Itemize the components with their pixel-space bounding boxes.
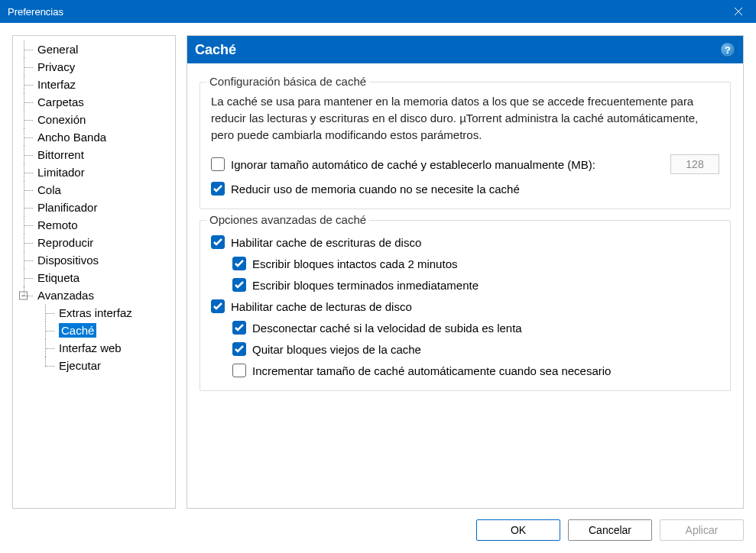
label-reduce-memory[interactable]: Reducir uso de memoria cuando no se nece… (231, 183, 520, 196)
panel-body: Configuración básica de caché La caché s… (187, 63, 743, 508)
tree-item-label: General (37, 43, 78, 56)
tree-item-label: Limitador (37, 166, 85, 179)
checkbox-enable-write-cache[interactable] (211, 235, 225, 249)
tree-item-etiqueta[interactable]: Etiqueta (16, 269, 172, 286)
help-icon[interactable]: ? (720, 42, 735, 57)
close-button[interactable] (721, 0, 756, 23)
tree-item-label: Bittorrent (37, 148, 84, 161)
tree-item-interfaz[interactable]: Interfaz (16, 76, 172, 93)
tree-item-label: Privacy (37, 60, 75, 73)
titlebar: Preferencias (0, 0, 756, 23)
checkbox-override-size[interactable] (211, 157, 225, 171)
cancel-button[interactable]: Cancelar (568, 519, 652, 541)
close-icon (734, 7, 743, 16)
basic-cache-group: Configuración básica de caché La caché s… (200, 82, 731, 209)
group-legend: Configuración básica de caché (206, 75, 369, 88)
tree-item-label: Ancho Banda (37, 131, 106, 144)
tree-item-label: Conexión (37, 113, 86, 126)
row-write-untouched: Escribir bloques intactos cada 2 minutos (211, 253, 719, 274)
tree-item-label: Etiqueta (37, 271, 79, 284)
tree-item-remoto[interactable]: Remoto (16, 216, 172, 234)
tree-item-reproducir[interactable]: Reproducir (16, 234, 172, 251)
tree-item-interfaz-web[interactable]: Interfaz web (16, 339, 172, 357)
apply-button[interactable]: Aplicar (660, 519, 744, 541)
tree-item-dispositivos[interactable]: Dispositivos (16, 251, 172, 269)
tree-item-label: Ejecutar (59, 359, 101, 372)
dialog-footer: OK Cancelar Aplicar (0, 509, 756, 553)
ok-button[interactable]: OK (476, 519, 560, 541)
tree-item-ancho-banda[interactable]: Ancho Banda (16, 128, 172, 146)
row-auto-increase: Incrementar tamaño de caché automáticame… (211, 360, 719, 381)
minus-icon[interactable]: − (19, 291, 28, 299)
tree-item-label: Caché (59, 323, 96, 338)
checkbox-auto-increase[interactable] (232, 364, 246, 377)
content-area: GeneralPrivacyInterfazCarpetasConexiónAn… (0, 23, 756, 509)
row-enable-read-cache: Habilitar cache de lecturas de disco (211, 296, 719, 317)
label-disconnect-slow[interactable]: Desconectar caché si la velocidad de sub… (252, 322, 522, 335)
row-disconnect-slow: Desconectar caché si la velocidad de sub… (211, 317, 719, 338)
label-auto-increase[interactable]: Incrementar tamaño de caché automáticame… (252, 364, 611, 377)
tree-item-bittorrent[interactable]: Bittorrent (16, 146, 172, 163)
label-remove-old[interactable]: Quitar bloques viejos de la cache (252, 343, 421, 356)
label-write-finished[interactable]: Escribir bloques terminados inmediatamen… (252, 279, 479, 292)
row-enable-write-cache: Habilitar cache de escrituras de disco (211, 231, 719, 253)
row-write-finished: Escribir bloques terminados inmediatamen… (211, 274, 719, 296)
tree-item-planificador[interactable]: Planificador (16, 199, 172, 216)
row-reduce-memory: Reducir uso de memoria cuando no se nece… (211, 178, 719, 199)
checkbox-write-untouched[interactable] (232, 257, 246, 270)
tree-item-label: Carpetas (37, 95, 84, 108)
panel-title: Caché (195, 42, 236, 58)
checkbox-reduce-memory[interactable] (211, 182, 225, 196)
checkbox-enable-read-cache[interactable] (211, 299, 225, 313)
tree-item-limitador[interactable]: Limitador (16, 163, 172, 181)
tree-item-caché[interactable]: Caché (16, 322, 172, 339)
tree-item-carpetas[interactable]: Carpetas (16, 93, 172, 111)
label-override-size[interactable]: Ignorar tamaño automático de caché y est… (231, 158, 595, 171)
tree-item-label: Dispositivos (37, 254, 99, 267)
category-tree[interactable]: GeneralPrivacyInterfazCarpetasConexiónAn… (12, 35, 176, 509)
tree-item-general[interactable]: General (16, 40, 172, 58)
panel-header: Caché ? (187, 36, 743, 63)
cache-description: La caché se usa para mantener en la memo… (211, 93, 719, 143)
checkbox-disconnect-slow[interactable] (232, 321, 246, 335)
input-cache-size[interactable] (670, 154, 719, 174)
checkbox-remove-old[interactable] (232, 342, 246, 356)
tree-item-label: Extras interfaz (59, 306, 132, 319)
tree-item-conexión[interactable]: Conexión (16, 111, 172, 128)
tree-item-label: Avanzadas (37, 289, 94, 302)
tree-item-label: Interfaz web (59, 341, 122, 354)
tree-item-label: Planificador (37, 201, 97, 214)
row-override-size: Ignorar tamaño automático de caché y est… (211, 150, 719, 178)
tree-item-label: Interfaz (37, 78, 76, 91)
tree-item-extras-interfaz[interactable]: Extras interfaz (16, 304, 172, 322)
label-enable-write-cache[interactable]: Habilitar cache de escrituras de disco (231, 236, 421, 249)
tree-item-label: Reproducir (37, 236, 93, 249)
label-write-untouched[interactable]: Escribir bloques intactos cada 2 minutos (252, 257, 457, 270)
tree-item-label: Cola (37, 183, 61, 196)
tree-item-privacy[interactable]: Privacy (16, 58, 172, 76)
main-panel: Caché ? Configuración básica de caché La… (187, 35, 744, 509)
label-enable-read-cache[interactable]: Habilitar cache de lecturas de disco (231, 300, 412, 313)
advanced-cache-group: Opciones avanzadas de caché Habilitar ca… (200, 220, 731, 391)
tree-item-label: Remoto (37, 218, 78, 231)
tree-item-cola[interactable]: Cola (16, 181, 172, 199)
window-title: Preferencias (8, 6, 63, 18)
tree-item-avanzadas[interactable]: −Avanzadas (16, 286, 172, 304)
row-remove-old: Quitar bloques viejos de la cache (211, 338, 719, 360)
checkbox-write-finished[interactable] (232, 278, 246, 292)
tree-item-ejecutar[interactable]: Ejecutar (16, 357, 172, 374)
group-legend: Opciones avanzadas de caché (206, 213, 369, 226)
